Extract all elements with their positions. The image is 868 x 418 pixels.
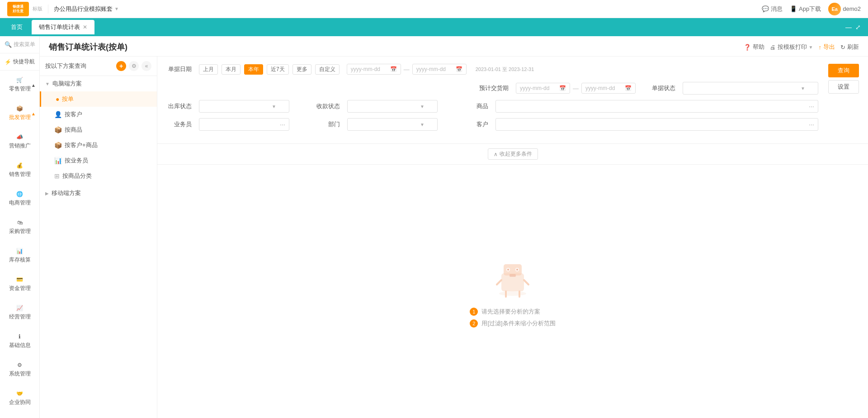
print-btn[interactable]: 🖨 按模板打印 ▼: [770, 43, 813, 51]
right-panel: 单据日期 上月 本月 本年 近7天 更多 自定义 yyyy-mm-dd: [157, 57, 868, 418]
expected-date-to-input[interactable]: yyyy-mm-dd 📅: [581, 83, 636, 94]
empty-tips: 1 请先选择要分析的方案 2 用[过滤]条件来缩小分析范围: [470, 308, 555, 328]
print-arrow-icon: ▼: [809, 45, 813, 50]
sidebar-item-operations[interactable]: 📈 经营管理: [0, 299, 39, 327]
quick-nav-icon: ⚡: [5, 59, 11, 65]
sidebar-quick-nav[interactable]: ⚡ 快捷导航: [0, 53, 39, 71]
scheme-settings-btn[interactable]: ⚙: [129, 61, 139, 71]
date-btn-this-month[interactable]: 本月: [222, 64, 241, 75]
sidebar-item-newbie[interactable]: 🌟 新手引导: [0, 413, 39, 418]
sidebar-item-finance[interactable]: 💳 资金管理: [0, 270, 39, 299]
sidebar-item-sales[interactable]: 💰 销售管理: [0, 156, 39, 185]
app-download-btn[interactable]: 📱 App下载: [790, 5, 821, 13]
sidebar-item-inventory[interactable]: 📊 库存核算: [0, 242, 39, 270]
shipment-status-select[interactable]: ▼: [199, 100, 289, 113]
divider: [48, 5, 48, 14]
user-menu[interactable]: Ea demo2: [828, 3, 861, 15]
query-btn-area: 查询 设置: [828, 64, 859, 94]
scheme-mobile-category[interactable]: ▶ 移动端方案: [40, 185, 157, 201]
date-btn-last-month[interactable]: 上月: [199, 64, 218, 75]
tab-home[interactable]: 首页: [4, 20, 30, 34]
tab-close-btn[interactable]: ✕: [83, 24, 87, 30]
message-btn[interactable]: 💬 消息: [762, 5, 783, 13]
dropdown-icon: ▼: [114, 6, 119, 11]
scheme-add-btn[interactable]: +: [116, 61, 126, 71]
sidebar-item-retail[interactable]: 🛒 零售管理 ▲: [0, 71, 39, 99]
date-btn-last-7-days[interactable]: 近7天: [267, 64, 289, 75]
sidebar-item-enterprise[interactable]: 🤝 企业协同: [0, 384, 39, 413]
mobile-caret-icon: ▶: [45, 191, 49, 196]
sidebar-search[interactable]: 🔍 搜索菜单: [0, 36, 39, 53]
empty-icon: [490, 255, 535, 300]
date-btn-more[interactable]: 更多: [292, 64, 311, 75]
tab-sales-order-stats[interactable]: 销售订单统计表 ✕: [32, 20, 94, 34]
app-icon: 📱: [790, 5, 797, 12]
by-product-label: 按商品: [65, 126, 82, 134]
svg-point-5: [507, 269, 509, 271]
payment-status-select[interactable]: ▼: [347, 100, 438, 113]
department-select[interactable]: ▼: [347, 118, 438, 131]
scheme-item-by-salesperson[interactable]: 📊 按业务员: [40, 153, 157, 168]
order-status-select[interactable]: ▼: [683, 82, 818, 95]
content-area: 🔍 搜索菜单 ⚡ 快捷导航 🛒 零售管理 ▲ 📦 批发管理 ▲ 📣 营销推广 💰…: [0, 36, 868, 418]
ecommerce-icon: 🌐: [16, 191, 23, 197]
calendar-to-icon: 📅: [456, 66, 462, 72]
expected-date-from-input[interactable]: yyyy-mm-dd 📅: [516, 83, 570, 94]
calendar-expected-to-icon: 📅: [625, 85, 632, 91]
basic-icon: ℹ: [19, 333, 21, 340]
avatar: Ea: [828, 3, 841, 15]
home-tab-label: 首页: [11, 23, 23, 31]
scheme-pc-category[interactable]: ▼ 电脑端方案: [40, 76, 157, 91]
collapse-more-btn[interactable]: ∧ 收起更多条件: [488, 148, 538, 160]
date-label: 单据日期: [166, 65, 192, 73]
expected-from-placeholder: yyyy-mm-dd: [520, 85, 549, 91]
filter-row-3: 业务员 ··· 部门 ▼ 客户 ···: [166, 118, 818, 131]
logo: 畅捷通好生意: [7, 2, 29, 16]
dropdown-company[interactable]: 办公用品行业模拟账套 ▼: [54, 5, 119, 13]
scheme-item-by-product-category[interactable]: ⊞ 按商品分类: [40, 168, 157, 184]
refresh-btn[interactable]: ↻ 刷新: [840, 43, 859, 51]
date-to-input[interactable]: yyyy-mm-dd 📅: [412, 64, 467, 75]
date-btn-custom[interactable]: 自定义: [315, 64, 340, 75]
page-title: 销售订单统计表(按单): [49, 42, 127, 52]
operations-icon: 📈: [16, 305, 23, 311]
date-from-placeholder: yyyy-mm-dd: [351, 66, 380, 72]
export-btn[interactable]: ↑ 导出: [819, 43, 835, 51]
sidebar-item-system[interactable]: ⚙ 系统管理: [0, 356, 39, 384]
tab-minimize-icon[interactable]: —: [845, 24, 852, 31]
sidebar-item-basic[interactable]: ℹ 基础信息: [0, 327, 39, 356]
scheme-panel: 按以下方案查询 + ⚙ « ▼ 电脑端方案 ● 按单: [40, 57, 157, 418]
quick-nav-label: 快捷导航: [13, 58, 35, 66]
sales-order-tab-label: 销售订单统计表: [39, 23, 80, 31]
date-range-hint: 2023-01-01 至 2023-12-31: [476, 66, 534, 73]
query-btn[interactable]: 查询: [828, 64, 859, 77]
scheme-header-actions: + ⚙ «: [116, 61, 151, 71]
scheme-item-by-customer-product[interactable]: 📦 按客户+商品: [40, 138, 157, 153]
sidebar-item-marketing[interactable]: 📣 营销推广: [0, 128, 39, 156]
pc-category-label: 电脑端方案: [52, 80, 82, 88]
mobile-category-label: 移动端方案: [52, 189, 81, 197]
product-input[interactable]: ···: [495, 100, 818, 113]
customer-input[interactable]: ···: [495, 118, 818, 131]
salesperson-input[interactable]: ···: [199, 118, 289, 131]
help-label: 帮助: [753, 43, 764, 51]
logo-text: 畅捷通好生意: [13, 5, 24, 13]
export-label: 导出: [823, 43, 835, 51]
scheme-collapse-btn[interactable]: «: [142, 61, 151, 71]
help-btn[interactable]: ❓ 帮助: [744, 43, 764, 51]
sidebar-item-purchase[interactable]: 🛍 采购管理: [0, 213, 39, 242]
calendar-from-icon: 📅: [390, 66, 397, 72]
scheme-item-by-product[interactable]: 📦 按商品: [40, 122, 157, 138]
wholesale-arrow-icon: ▲: [31, 111, 36, 116]
sidebar: 🔍 搜索菜单 ⚡ 快捷导航 🛒 零售管理 ▲ 📦 批发管理 ▲ 📣 营销推广 💰…: [0, 36, 40, 418]
tab-maximize-icon[interactable]: ⤢: [855, 24, 861, 31]
scheme-item-by-order[interactable]: ● 按单: [40, 91, 157, 107]
reset-btn[interactable]: 设置: [828, 80, 859, 94]
scheme-item-by-customer[interactable]: 👤 按客户: [40, 107, 157, 122]
salesperson-label: 业务员: [166, 120, 192, 128]
salesperson-more-icon: ···: [280, 121, 285, 128]
date-from-input[interactable]: yyyy-mm-dd 📅: [347, 64, 401, 75]
sidebar-item-ecommerce[interactable]: 🌐 电商管理: [0, 185, 39, 213]
date-btn-this-year[interactable]: 本年: [244, 64, 263, 75]
sidebar-item-wholesale[interactable]: 📦 批发管理 ▲: [0, 99, 39, 128]
